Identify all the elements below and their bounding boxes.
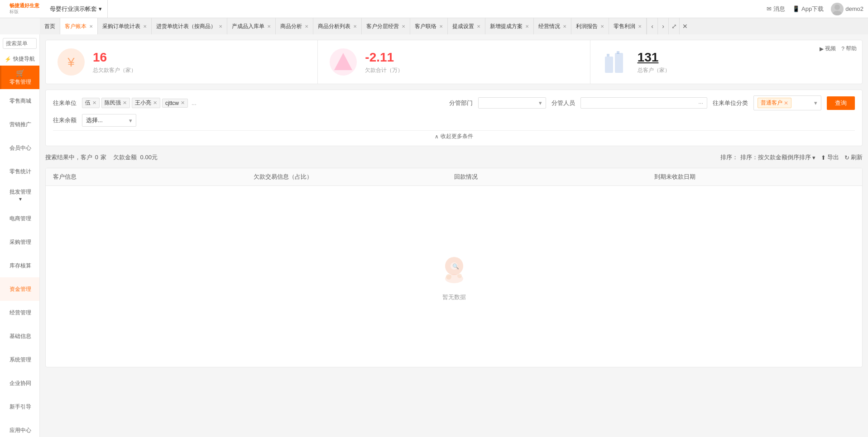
- filter-category-select[interactable]: 普通客户 ✕ ▾: [753, 95, 821, 110]
- sidebar-item-member-center[interactable]: 会员中心: [0, 136, 39, 160]
- sidebar-item-retail-mgmt[interactable]: 🛒 零售管理: [0, 66, 39, 89]
- svg-rect-7: [615, 53, 623, 73]
- sidebar-item-inventory[interactable]: 库存核算: [0, 254, 39, 277]
- tab-purchase-order-stats[interactable]: 采购订单统计表 ✕: [98, 18, 152, 34]
- tab-contact-close[interactable]: ✕: [439, 24, 443, 29]
- tab-inbound-close[interactable]: ✕: [219, 24, 222, 29]
- tab-customer-contact[interactable]: 客户联络 ✕: [410, 18, 448, 34]
- tab-close-all[interactable]: ✕: [679, 18, 690, 34]
- main-layout: ⚡ 快捷导航 🛒 零售管理 零售商城 营销推广 会员中心 零售统计 批发管理 ▾…: [0, 34, 868, 437]
- filter-tag-chen-label: 陈民强: [105, 99, 121, 107]
- tab-customer-ledger-close[interactable]: ✕: [89, 24, 93, 29]
- tab-expand[interactable]: ⤢: [668, 18, 679, 34]
- sidebar-item-sys-mgmt[interactable]: 系统管理: [0, 348, 39, 371]
- tab-product-list-close[interactable]: ✕: [353, 24, 357, 29]
- refresh-icon: ↻: [844, 154, 849, 161]
- message-label: 消息: [773, 5, 785, 13]
- sidebar-item-retail-stats[interactable]: 零售统计: [0, 160, 39, 183]
- tab-operations[interactable]: 经营情况 ✕: [534, 18, 571, 34]
- avatar: [831, 3, 844, 15]
- refresh-btn[interactable]: ↻ 刷新: [844, 153, 863, 162]
- filter-dept-select[interactable]: ▾: [478, 97, 546, 109]
- filter-dept-arrow-icon: ▾: [539, 100, 542, 106]
- tab-newcom-close[interactable]: ✕: [525, 24, 529, 29]
- svg-point-0: [834, 5, 840, 10]
- phone-icon: 📱: [792, 5, 800, 12]
- filter-tag-wu-close[interactable]: ✕: [92, 100, 96, 106]
- tab-commission-settings[interactable]: 提成设置 ✕: [448, 18, 485, 34]
- customer-bg-icon: ¥: [57, 48, 86, 76]
- sidebar-item-corp-collab[interactable]: 企业协同: [0, 371, 39, 395]
- selected-category-remove[interactable]: ✕: [784, 100, 788, 106]
- tab-profit-report[interactable]: 利润报告 ✕: [571, 18, 609, 34]
- filter-balance-select[interactable]: 选择... ▾: [82, 114, 136, 127]
- tab-product-analysis-list[interactable]: 商品分析列表 ✕: [313, 18, 362, 34]
- total-customers-bg-icon: [601, 48, 630, 76]
- debt-amount-label: 欠款金额: [113, 154, 137, 161]
- logo-sub: 标版: [10, 9, 39, 15]
- retail-mgmt-icon: 🛒: [16, 69, 25, 77]
- query-button[interactable]: 查询: [827, 96, 855, 110]
- filter-tag-wang-close[interactable]: ✕: [153, 100, 157, 106]
- video-icon: ▶: [820, 46, 824, 52]
- filter-tag-chen-close[interactable]: ✕: [123, 100, 127, 106]
- purchase-label: 采购管理: [10, 238, 31, 246]
- tab-customer-stratification[interactable]: 客户分层经营 ✕: [362, 18, 410, 34]
- tab-product-close[interactable]: ✕: [267, 24, 271, 29]
- sidebar-item-quick-nav[interactable]: ⚡ 快捷导航: [0, 52, 39, 66]
- sort-arrow-icon: ▾: [812, 154, 815, 161]
- workspace-selector[interactable]: 母婴行业演示帐套 ▾: [44, 0, 108, 18]
- tab-home[interactable]: 首页: [40, 18, 60, 34]
- tab-product-inbound[interactable]: 产成品入库单 ✕: [227, 18, 276, 34]
- search-input[interactable]: [3, 38, 37, 49]
- sort-dropdown[interactable]: 排序： 排序：按欠款金额倒序排序 ▾: [720, 153, 815, 162]
- tab-purchase-close[interactable]: ✕: [143, 24, 147, 29]
- filter-person-input[interactable]: ···: [580, 97, 707, 109]
- filter-person-dots[interactable]: ···: [698, 100, 703, 106]
- filter-more-indicator[interactable]: ...: [190, 99, 198, 107]
- tab-customer-ledger[interactable]: 客户账本 ✕: [60, 18, 98, 34]
- tab-scroll-left[interactable]: ‹: [647, 18, 657, 34]
- sidebar-item-new-guide[interactable]: 新手引导: [0, 395, 39, 418]
- collapse-filters-btn[interactable]: ∧ 收起更多条件: [53, 130, 855, 140]
- tab-product-analysis[interactable]: 商品分析 ✕: [276, 18, 313, 34]
- export-btn[interactable]: ⬆ 导出: [821, 153, 839, 162]
- tab-product-analysis-close[interactable]: ✕: [305, 24, 308, 29]
- sidebar-item-retail-mall[interactable]: 零售商城: [0, 89, 39, 113]
- results-bar: 搜索结果中，客户 0 家 欠款金额 0.00元 排序： 排序：按欠款金额倒序排序…: [45, 151, 863, 164]
- tab-strat-close[interactable]: ✕: [402, 24, 405, 29]
- tab-commission-close[interactable]: ✕: [477, 24, 480, 29]
- filter-tag-cjttcw: cjttcw ✕: [162, 99, 188, 108]
- stat-card-total-customers: 131 总客户（家） ▶ 视频 ? 帮助: [590, 40, 862, 84]
- filter-tag-wu-label: 伍: [85, 99, 91, 107]
- tab-new-commission[interactable]: 新增提成方案 ✕: [485, 18, 534, 34]
- tab-profit-close[interactable]: ✕: [600, 24, 604, 29]
- filter-tag-cjttcw-close[interactable]: ✕: [181, 100, 185, 106]
- tab-retail-profit[interactable]: 零售利润 ✕: [609, 18, 647, 34]
- sidebar-item-basic-info[interactable]: 基础信息: [0, 324, 39, 348]
- tab-retail-profit-close[interactable]: ✕: [638, 24, 642, 29]
- stat-label-total: 总客户（家）: [638, 66, 851, 74]
- tab-scroll-right[interactable]: ›: [657, 18, 668, 34]
- sidebar-item-finance[interactable]: 资金管理: [0, 277, 39, 301]
- search-result-text: 搜索结果中，客户 0 家 欠款金额 0.00元: [45, 153, 158, 162]
- sidebar-item-operations[interactable]: 经营管理: [0, 301, 39, 324]
- col-payment-status: 回款情况: [454, 173, 655, 181]
- user-profile[interactable]: demo2: [831, 3, 863, 15]
- sidebar-item-purchase[interactable]: 采购管理: [0, 230, 39, 254]
- message-btn[interactable]: ✉ 消息: [767, 5, 785, 13]
- filter-tag-cjttcw-label: cjttcw: [165, 100, 179, 106]
- tab-inbound-stats[interactable]: 进货单统计表（按商品） ✕: [152, 18, 227, 34]
- sidebar-item-marketing[interactable]: 营销推广: [0, 113, 39, 136]
- tab-ops-close[interactable]: ✕: [563, 24, 566, 29]
- help-link[interactable]: ? 帮助: [841, 45, 857, 52]
- stats-row: ¥ 16 总欠款客户（家） -2.11 欠款合计（万: [45, 40, 863, 84]
- sidebar-item-wholesale-mgmt[interactable]: 批发管理 ▾: [0, 183, 39, 207]
- stat-info-customers: 16 总欠款客户（家）: [93, 50, 307, 74]
- sidebar-item-ecommerce[interactable]: 电商管理: [0, 207, 39, 230]
- app-download-btn[interactable]: 📱 App下载: [792, 5, 824, 13]
- video-link[interactable]: ▶ 视频: [820, 45, 836, 52]
- sidebar-item-app-center[interactable]: 应用中心: [0, 418, 39, 437]
- app-center-label: 应用中心: [10, 427, 31, 434]
- quick-nav-label: 快捷导航: [13, 55, 35, 63]
